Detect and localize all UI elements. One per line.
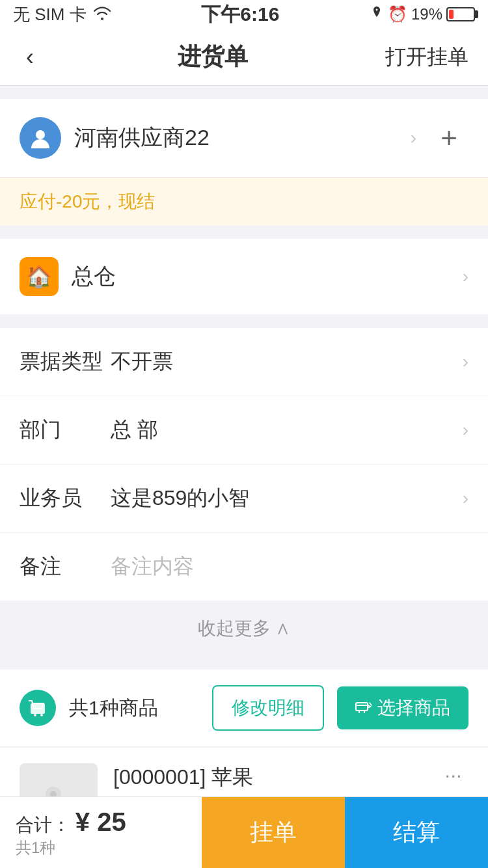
- collapse-button[interactable]: 收起更多 ∧: [0, 601, 488, 657]
- supplier-card: 河南供应商22 › + 应付-20元，现结: [0, 99, 488, 226]
- bottom-bar: 合计： ¥ 25 共1种 挂单 结算: [0, 796, 488, 868]
- product-name: [0000001] 苹果: [113, 763, 438, 792]
- warehouse-icon: 🏠: [20, 257, 59, 296]
- supplier-row[interactable]: 河南供应商22 › +: [0, 99, 488, 178]
- warehouse-chevron-icon: ›: [463, 266, 468, 287]
- invoice-value: 不开票: [111, 347, 456, 376]
- status-bar: 无 SIM 卡 下午6:16 ⏰ 19%: [0, 0, 488, 29]
- select-cart-icon: [355, 698, 372, 718]
- checkout-button[interactable]: 结算: [345, 797, 488, 868]
- select-product-label: 选择商品: [377, 696, 450, 720]
- supplier-notice: 应付-20元，现结: [0, 178, 488, 226]
- battery-icon: [446, 7, 475, 21]
- edit-detail-button[interactable]: 修改明细: [212, 685, 324, 731]
- product-count-label: 共1种商品: [69, 695, 199, 722]
- supplier-chevron-icon: ›: [411, 128, 416, 148]
- salesman-row[interactable]: 业务员 这是859的小智 ›: [0, 464, 488, 532]
- nav-bar: ‹ 进货单 打开挂单: [0, 29, 488, 86]
- invoice-label: 票据类型: [20, 347, 111, 376]
- product-header: 共1种商品 修改明细 选择商品: [0, 670, 488, 746]
- wifi-icon: [93, 5, 111, 25]
- total-label: 合计：: [16, 815, 70, 835]
- section-gap-1: [0, 86, 488, 99]
- open-hang-button[interactable]: 打开挂单: [385, 43, 468, 72]
- person-icon: [29, 126, 52, 150]
- location-icon: [370, 5, 384, 23]
- remark-label: 备注: [20, 552, 111, 581]
- dept-row[interactable]: 部门 总 部 ›: [0, 396, 488, 464]
- remark-input[interactable]: 备注内容: [111, 552, 468, 581]
- svg-point-2: [34, 714, 36, 716]
- invoice-row[interactable]: 票据类型 不开票 ›: [0, 327, 488, 396]
- dept-chevron-icon: ›: [463, 420, 468, 441]
- back-button[interactable]: ‹: [20, 37, 40, 77]
- dept-value: 总 部: [111, 416, 456, 444]
- svg-point-3: [40, 714, 43, 716]
- product-title: 苹果: [211, 765, 253, 789]
- select-product-button[interactable]: 选择商品: [337, 686, 468, 729]
- remark-row[interactable]: 备注 备注内容: [0, 532, 488, 601]
- warehouse-card: 🏠 总仓 ›: [0, 239, 488, 314]
- salesman-label: 业务员: [20, 484, 111, 513]
- section-gap-3: [0, 314, 488, 327]
- svg-rect-4: [356, 703, 368, 711]
- hang-button[interactable]: 挂单: [202, 797, 345, 868]
- product-section-header: 共1种商品 修改明细 选择商品: [0, 670, 488, 746]
- salesman-value: 这是859的小智: [111, 484, 456, 513]
- salesman-chevron-icon: ›: [463, 488, 468, 509]
- product-code: [0000001]: [113, 765, 211, 789]
- add-supplier-button[interactable]: +: [429, 118, 468, 157]
- section-gap-2: [0, 226, 488, 239]
- warehouse-row[interactable]: 🏠 总仓 ›: [0, 239, 488, 314]
- total-section: 合计： ¥ 25 共1种: [0, 797, 202, 868]
- supplier-name: 河南供应商22: [74, 123, 404, 153]
- cart-icon: [28, 698, 47, 718]
- product-more-button[interactable]: ···: [438, 763, 468, 787]
- invoice-chevron-icon: ›: [463, 351, 468, 372]
- svg-point-0: [36, 130, 45, 139]
- status-time: 下午6:16: [201, 1, 279, 28]
- total-line: 合计： ¥ 25: [16, 807, 186, 837]
- dept-label: 部门: [20, 416, 111, 444]
- form-card: 票据类型 不开票 › 部门 总 部 › 业务员 这是859的小智 › 备注 备注…: [0, 327, 488, 601]
- total-amount: ¥ 25: [75, 807, 126, 836]
- warehouse-name: 总仓: [72, 262, 456, 292]
- total-count: 共1种: [16, 837, 186, 858]
- section-gap-4: [0, 657, 488, 670]
- page-title: 进货单: [178, 41, 248, 73]
- alarm-icon: ⏰: [388, 5, 407, 23]
- carrier-text: 无 SIM 卡: [13, 3, 87, 26]
- battery-percent: 19%: [411, 5, 442, 23]
- supplier-avatar: [20, 117, 61, 159]
- product-count-icon: [20, 690, 56, 726]
- status-right: ⏰ 19%: [370, 5, 475, 23]
- status-carrier: 无 SIM 卡: [13, 3, 111, 26]
